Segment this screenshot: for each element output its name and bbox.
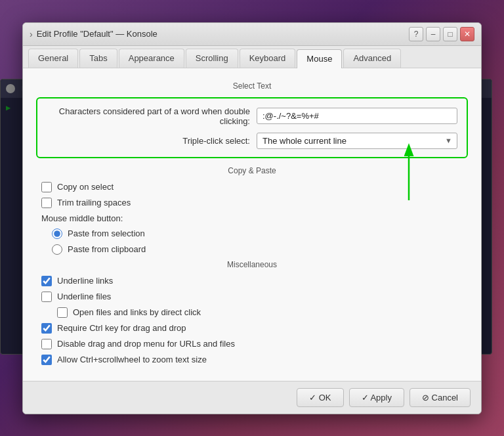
open-files-checkbox[interactable] bbox=[57, 307, 68, 318]
dialog-title: Edit Profile "Default" — Konsole bbox=[37, 29, 158, 39]
underline-links-checkbox[interactable] bbox=[41, 276, 52, 286]
paste-clipboard-radio[interactable] bbox=[52, 244, 62, 255]
chars-label: Characters considered part of a word whe… bbox=[47, 106, 250, 126]
underline-links-row: Underline links bbox=[39, 276, 465, 286]
copy-on-select-checkbox[interactable] bbox=[41, 182, 52, 192]
underline-files-row: Underline files bbox=[39, 292, 465, 302]
require-ctrl-label[interactable]: Require Ctrl key for drag and drop bbox=[57, 323, 186, 333]
select-text-header: Select Text bbox=[36, 81, 468, 91]
ok-button[interactable]: ✓ OK bbox=[297, 388, 343, 407]
tabs-bar: General Tabs Appearance Scrolling Keyboa… bbox=[23, 46, 481, 68]
trim-trailing-checkbox[interactable] bbox=[41, 198, 52, 208]
triple-click-label: Triple-click select: bbox=[47, 136, 250, 146]
tab-keyboard[interactable]: Keyboard bbox=[240, 49, 296, 68]
cancel-button[interactable]: ⊘ Cancel bbox=[410, 388, 471, 407]
titlebar-back-arrow[interactable]: › bbox=[30, 29, 33, 39]
copy-paste-header: Copy & Paste bbox=[36, 166, 468, 175]
paste-selection-row: Paste from selection bbox=[39, 229, 465, 239]
help-button[interactable]: ? bbox=[409, 27, 423, 41]
copy-on-select-row: Copy on select bbox=[39, 182, 465, 192]
triple-click-select[interactable]: The whole current line From click positi… bbox=[257, 133, 457, 149]
dialog-footer: ✓ OK ✓ Apply ⊘ Cancel bbox=[23, 381, 481, 414]
copy-paste-content: Copy on select Trim trailing spaces Mous… bbox=[36, 182, 468, 255]
chars-input[interactable] bbox=[257, 108, 457, 124]
allow-ctrl-scroll-checkbox[interactable] bbox=[41, 355, 52, 365]
dialog-content: Select Text Characters considered part o… bbox=[23, 68, 481, 381]
select-text-box: Characters considered part of a word whe… bbox=[36, 97, 468, 158]
maximize-button[interactable]: □ bbox=[443, 27, 457, 41]
require-ctrl-row: Require Ctrl key for drag and drop bbox=[39, 323, 465, 334]
tab-scrolling[interactable]: Scrolling bbox=[186, 49, 238, 68]
paste-selection-label[interactable]: Paste from selection bbox=[68, 229, 145, 238]
paste-clipboard-label[interactable]: Paste from clipboard bbox=[68, 244, 146, 254]
allow-ctrl-scroll-label[interactable]: Allow Ctrl+scrollwheel to zoom text size bbox=[57, 355, 207, 364]
allow-ctrl-scroll-row: Allow Ctrl+scrollwheel to zoom text size bbox=[39, 355, 465, 365]
tab-general[interactable]: General bbox=[28, 49, 78, 68]
open-files-row: Open files and links by direct click bbox=[39, 307, 465, 318]
chars-row: Characters considered part of a word whe… bbox=[47, 106, 457, 126]
triple-click-row: Triple-click select: The whole current l… bbox=[47, 133, 457, 149]
titlebar-controls: ? – □ ✕ bbox=[409, 27, 474, 41]
trim-trailing-row: Trim trailing spaces bbox=[39, 198, 465, 208]
disable-drag-checkbox[interactable] bbox=[41, 339, 52, 349]
tab-tabs[interactable]: Tabs bbox=[79, 49, 117, 68]
dialog: › Edit Profile "Default" — Konsole ? – □… bbox=[22, 22, 482, 414]
misc-content: Underline links Underline files Open fil… bbox=[36, 276, 468, 365]
misc-header: Miscellaneous bbox=[36, 260, 468, 269]
minimize-button[interactable]: – bbox=[426, 27, 440, 41]
triple-click-select-wrapper: The whole current line From click positi… bbox=[257, 133, 457, 149]
require-ctrl-checkbox[interactable] bbox=[41, 323, 52, 334]
paste-clipboard-row: Paste from clipboard bbox=[39, 244, 465, 255]
tab-mouse[interactable]: Mouse bbox=[297, 49, 342, 68]
open-files-label[interactable]: Open files and links by direct click bbox=[73, 307, 201, 317]
underline-links-label[interactable]: Underline links bbox=[57, 276, 113, 286]
close-button[interactable]: ✕ bbox=[460, 27, 474, 41]
tab-appearance[interactable]: Appearance bbox=[119, 49, 184, 68]
underline-files-label[interactable]: Underline files bbox=[57, 292, 111, 301]
copy-on-select-label[interactable]: Copy on select bbox=[57, 182, 114, 192]
titlebar: › Edit Profile "Default" — Konsole ? – □… bbox=[23, 23, 481, 46]
disable-drag-row: Disable drag and drop menu for URLs and … bbox=[39, 339, 465, 349]
middle-button-label: Mouse middle button: bbox=[39, 213, 465, 223]
underline-files-checkbox[interactable] bbox=[41, 292, 52, 302]
trim-trailing-label[interactable]: Trim trailing spaces bbox=[57, 198, 131, 207]
paste-selection-radio[interactable] bbox=[52, 229, 62, 239]
apply-button[interactable]: ✓ Apply bbox=[349, 388, 404, 407]
disable-drag-label[interactable]: Disable drag and drop menu for URLs and … bbox=[57, 339, 235, 349]
tab-advanced[interactable]: Advanced bbox=[343, 49, 401, 68]
